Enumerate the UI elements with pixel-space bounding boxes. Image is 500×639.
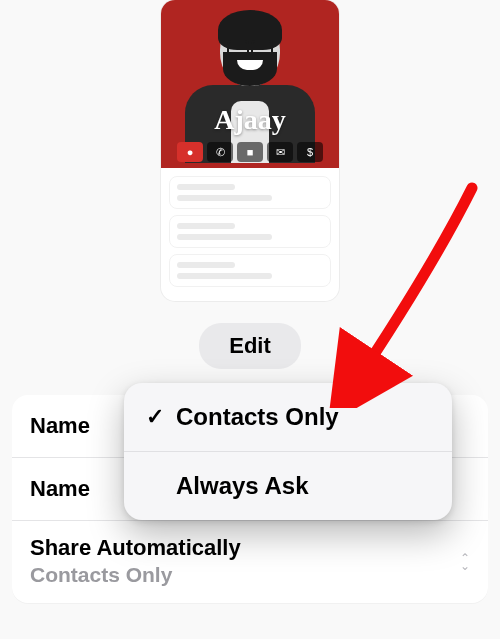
row-label: Name: [30, 476, 90, 502]
share-value: Contacts Only: [30, 563, 172, 587]
popover-option-label: Contacts Only: [176, 403, 430, 431]
popover-option-always-ask[interactable]: Always Ask: [124, 451, 452, 520]
check-icon: ✓: [146, 404, 176, 430]
pay-icon[interactable]: $: [297, 142, 323, 162]
share-options-popover: ✓ Contacts Only Always Ask: [124, 383, 452, 520]
contact-name: Ajaay: [214, 104, 286, 136]
popover-option-contacts-only[interactable]: ✓ Contacts Only: [124, 383, 452, 451]
video-icon[interactable]: ■: [237, 142, 263, 162]
call-icon[interactable]: ✆: [207, 142, 233, 162]
contact-avatar: [180, 8, 320, 163]
poster-details-placeholder: [161, 168, 339, 301]
contact-poster-card: Ajaay ● ✆ ■ ✉ $: [161, 0, 339, 301]
settings-row-share-automatically[interactable]: Share Automatically Contacts Only ⌃⌄: [12, 521, 488, 603]
edit-button[interactable]: Edit: [199, 323, 301, 369]
updown-chevron-icon: ⌃⌄: [460, 554, 470, 570]
message-icon[interactable]: ●: [177, 142, 203, 162]
poster-action-row: ● ✆ ■ ✉ $: [177, 142, 323, 162]
mail-icon[interactable]: ✉: [267, 142, 293, 162]
share-title: Share Automatically: [30, 535, 241, 561]
row-label: Name: [30, 413, 90, 439]
popover-option-label: Always Ask: [176, 472, 430, 500]
